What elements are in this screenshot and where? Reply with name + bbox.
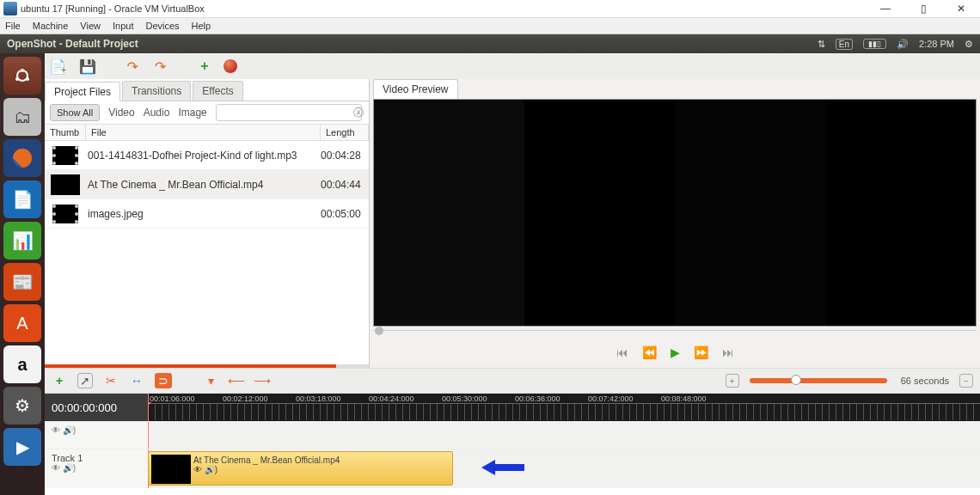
file-row[interactable]: At The Cinema _ Mr.Bean Official.mp4 00:… — [45, 170, 369, 199]
clip-visibility-icon[interactable]: 👁 — [193, 465, 202, 474]
razor-tool-icon[interactable]: ✂ — [103, 373, 119, 388]
track-visibility-icon[interactable]: 👁 — [52, 463, 60, 473]
ruler-tick-label: 00:01:06:000 — [148, 394, 221, 403]
seek-knob-icon[interactable] — [375, 327, 383, 335]
vbox-menu-help[interactable]: Help — [192, 21, 211, 31]
zoom-slider[interactable] — [750, 378, 887, 383]
annotation-arrow-icon — [481, 460, 524, 475]
window-minimize-button[interactable]: — — [867, 0, 904, 18]
project-files-panel: Project Files Transitions Effects Show A… — [45, 79, 370, 368]
vbox-menu-view[interactable]: View — [80, 21, 101, 31]
filter-row: Show All Video Audio Image ⓧ — [45, 101, 369, 125]
launcher-settings-icon[interactable]: ⚙ — [3, 387, 41, 425]
export-record-icon[interactable] — [224, 59, 237, 73]
launcher-writer-icon[interactable]: 📄 — [3, 180, 41, 218]
window-maximize-button[interactable]: ▯ — [904, 0, 942, 18]
clip-audio-icon[interactable]: 🔊) — [205, 465, 217, 474]
app-title: OpenShot - Default Project — [7, 38, 138, 50]
marker-center-icon[interactable]: ⟵ — [229, 373, 244, 388]
clip-thumb-icon — [151, 455, 191, 484]
file-thumb-icon — [45, 174, 86, 195]
filter-show-all-button[interactable]: Show All — [50, 104, 100, 121]
zoom-in-icon[interactable]: + — [726, 374, 739, 388]
redo-icon[interactable]: ↷ — [151, 58, 168, 75]
import-files-icon[interactable]: + — [196, 58, 213, 75]
zoom-knob-icon[interactable] — [791, 375, 801, 385]
ruler-tick-label: 00:06:36:000 — [513, 394, 586, 403]
timeline-ruler[interactable]: 00:01:06:000 00:02:12:000 00:03:18:000 0… — [148, 394, 980, 421]
step-forward-icon[interactable]: ⏩ — [694, 345, 708, 359]
track-label[interactable]: 👁 🔊) — [45, 422, 148, 449]
preview-tab[interactable]: Video Preview — [373, 79, 458, 99]
new-project-icon[interactable]: 📄+ — [52, 58, 69, 75]
ruler-tick-label: 00:05:30:000 — [440, 394, 513, 403]
save-project-icon[interactable]: 💾 — [79, 58, 96, 75]
file-name: At The Cinema _ Mr.Bean Official.mp4 — [86, 179, 321, 191]
sound-indicator-icon[interactable]: 🔊 — [897, 39, 909, 50]
ruler-tick-label: 00:07:42:000 — [586, 394, 659, 403]
track-body[interactable] — [148, 422, 980, 449]
zoom-label: 66 seconds — [901, 376, 949, 386]
file-list: 001-1414831-Dofhei Project-Kind of light… — [45, 141, 369, 364]
filter-audio-button[interactable]: Audio — [144, 107, 170, 119]
keyboard-layout-indicator[interactable]: En — [836, 39, 853, 50]
select-tool-icon[interactable]: ➚ — [77, 373, 93, 388]
add-track-icon[interactable]: + — [52, 373, 67, 388]
launcher-firefox-icon[interactable] — [3, 139, 41, 177]
network-indicator-icon[interactable]: ⇅ — [818, 39, 825, 50]
playhead-icon[interactable] — [148, 394, 149, 421]
preview-seek-slider[interactable] — [373, 330, 977, 340]
play-icon[interactable]: ▶ — [671, 345, 680, 359]
vbox-menu-input[interactable]: Input — [113, 21, 133, 31]
tab-transitions[interactable]: Transitions — [122, 81, 191, 101]
tab-effects[interactable]: Effects — [193, 81, 242, 101]
launcher-player-icon[interactable]: ▶ — [3, 428, 41, 466]
header-thumb[interactable]: Thumb — [45, 125, 86, 140]
filter-image-button[interactable]: Image — [178, 107, 206, 119]
undo-icon[interactable]: ↶ — [124, 58, 141, 75]
launcher-amazon-icon[interactable]: a — [3, 345, 41, 383]
timeline-clip[interactable]: At The Cinema _ Mr.Bean Official.mp4 👁 🔊… — [148, 451, 453, 486]
zoom-out-icon[interactable]: − — [959, 374, 973, 388]
track-body[interactable]: At The Cinema _ Mr.Bean Official.mp4 👁 🔊… — [148, 449, 980, 488]
clock[interactable]: 2:28 PM — [919, 39, 954, 49]
launcher-software-icon[interactable]: A — [3, 304, 41, 342]
step-back-icon[interactable]: ⏪ — [642, 345, 657, 359]
file-thumb-icon — [45, 205, 86, 223]
header-file[interactable]: File — [86, 125, 321, 140]
timeline-toolbar: + ➚ ✂ ↔ ⊃ ▾ ⟵ ⟶ + 66 seconds − — [45, 368, 980, 394]
snap-tool-icon[interactable]: ⊃ — [155, 373, 172, 388]
launcher-impress-icon[interactable]: 📰 — [3, 263, 41, 301]
resize-tool-icon[interactable]: ↔ — [129, 373, 144, 388]
svg-point-1 — [21, 69, 24, 72]
file-thumb-icon — [45, 146, 86, 165]
vbox-menu-devices[interactable]: Devices — [145, 21, 179, 31]
battery-indicator-icon[interactable]: ▮▮▯ — [863, 39, 886, 49]
marker-prev-icon[interactable]: ▾ — [203, 373, 218, 388]
launcher-dash-icon[interactable] — [3, 57, 41, 95]
vbox-menu-machine[interactable]: Machine — [33, 21, 69, 31]
track-visibility-icon[interactable]: 👁 — [52, 425, 60, 435]
window-close-button[interactable]: ✕ — [942, 0, 980, 18]
preview-viewport[interactable] — [373, 99, 977, 327]
session-gear-icon[interactable]: ⚙ — [965, 39, 973, 50]
tab-project-files[interactable]: Project Files — [45, 82, 120, 101]
header-length[interactable]: Length — [321, 125, 369, 140]
marker-next-icon[interactable]: ⟶ — [254, 373, 270, 388]
jump-start-icon[interactable]: ⏮ — [616, 345, 628, 359]
launcher-calc-icon[interactable]: 📊 — [3, 222, 41, 260]
preview-controls: ⏮ ⏪ ▶ ⏩ ⏭ — [373, 344, 977, 364]
launcher-files-icon[interactable]: 🗂 — [3, 98, 41, 136]
file-row[interactable]: images.jpeg 00:05:00 — [45, 199, 369, 229]
main-toolbar: 📄+ 💾 ↶ ↷ + — [45, 53, 980, 79]
track-label[interactable]: Track 1 👁 🔊) — [45, 449, 148, 488]
filter-search-input[interactable] — [216, 104, 362, 121]
track-name: Track 1 — [52, 453, 141, 463]
jump-end-icon[interactable]: ⏭ — [722, 345, 734, 359]
file-row[interactable]: 001-1414831-Dofhei Project-Kind of light… — [45, 141, 369, 170]
filter-video-button[interactable]: Video — [108, 107, 134, 119]
virtualbox-titlebar: ubuntu 17 [Running] - Oracle VM VirtualB… — [0, 0, 980, 18]
vbox-menu-file[interactable]: File — [5, 21, 21, 31]
track-audio-icon[interactable]: 🔊) — [63, 425, 76, 435]
track-audio-icon[interactable]: 🔊) — [63, 463, 76, 473]
